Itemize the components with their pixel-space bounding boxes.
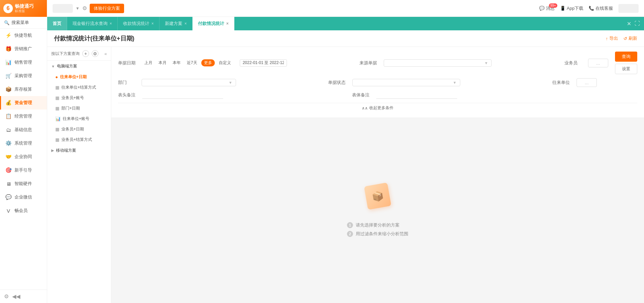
wechat-icon: 💬 [5, 194, 12, 201]
scheme-query-label: 按以下方案查询 [51, 51, 80, 57]
tab-new-scheme-close[interactable]: × [184, 21, 187, 26]
topbar-right: 💬 消息 99+ 📱 App下载 📞 在线客服 [539, 4, 639, 13]
search-label: 搜索菜单 [11, 20, 29, 26]
source-select-arrow-icon: ▼ [484, 61, 488, 65]
refresh-btn[interactable]: ↺ 刷新 [623, 35, 637, 41]
body-note-input[interactable] [376, 91, 457, 99]
doc-status-select[interactable]: ▼ [352, 79, 460, 86]
sidebar-item-funds[interactable]: 💰 资金管理 [0, 96, 47, 110]
query-btn[interactable]: 查询 [615, 52, 637, 62]
sidebar-item-vip[interactable]: V 畅会员 [0, 204, 47, 217]
mobile-scheme-section[interactable]: ▶ 移动端方案 [47, 145, 111, 156]
trial-btn[interactable]: 体验行业方案 [90, 4, 124, 13]
company-dropdown-icon[interactable]: ▼ [76, 6, 80, 11]
notice-badge: 99+ [549, 3, 557, 8]
right-panel: 单据日期 上月 本月 本年 近7天 更多 自定义 [111, 47, 644, 303]
scheme-item-partner-account[interactable]: 📊 往来单位+账号 [47, 114, 111, 124]
page-content: 付款情况统计(往来单位+日期) ↑ 导出 ↺ 刷新 按以下方案查询 + [47, 30, 644, 303]
operations-icon: 📋 [5, 113, 12, 120]
staff-filter-dots[interactable]: ... [588, 59, 608, 67]
filter-row-3: 表头备注 表体备注 [118, 91, 637, 99]
tab-bank-flow[interactable]: 现金银行流水查询 × [67, 17, 118, 30]
content-area: 按以下方案查询 + ⚙ « ▼ 电脑端方案 ● 往来单位+日期 ▦ [47, 47, 644, 303]
sidebar-item-operations[interactable]: 📋 经营管理 [0, 110, 47, 123]
scheme-item-staff-date[interactable]: ▦ 业务员+日期 [47, 124, 111, 134]
date-options: 上月 本月 本年 近7天 更多 自定义 [142, 59, 233, 66]
left-panel-header: 按以下方案查询 + ⚙ « [47, 47, 111, 61]
tab-payment-stat-close[interactable]: × [226, 21, 229, 26]
sidebar-item-base-info[interactable]: 🗂 基础信息 [0, 123, 47, 137]
main-area: ▼ ⚙ 体验行业方案 💬 消息 99+ 📱 App下载 📞 在线客服 首页 [47, 0, 644, 303]
tab-bank-flow-close[interactable]: × [110, 21, 112, 26]
settings-btn[interactable]: 设置 [615, 64, 637, 74]
filter-area: 单据日期 上月 本月 本年 近7天 更多 自定义 [111, 47, 644, 118]
date-opt-7days[interactable]: 近7天 [185, 59, 199, 66]
user-avatar[interactable] [618, 4, 639, 13]
pc-section-toggle-icon: ▼ [51, 64, 55, 68]
tab-payment-stat-label: 付款情况统计 [198, 21, 224, 27]
date-opt-more[interactable]: 更多 [201, 59, 215, 66]
sidebar-item-inventory[interactable]: 📦 库存核算 [0, 83, 47, 96]
sidebar-header: 6 畅捷通巧 标准版 [0, 0, 47, 17]
sidebar-item-sales[interactable]: 📊 销售管理 [0, 56, 47, 69]
tab-receipt-stat-close[interactable]: × [151, 21, 154, 26]
scheme-item-staff-account[interactable]: ▦ 业务员+账号 [47, 93, 111, 103]
source-select[interactable]: ▼ [384, 59, 492, 67]
left-panel: 按以下方案查询 + ⚙ « ▼ 电脑端方案 ● 往来单位+日期 ▦ [47, 47, 111, 303]
collapse-sidebar-icon[interactable]: ◀◀ [12, 293, 20, 300]
sidebar-search[interactable]: 🔍 搜索菜单 [0, 17, 47, 29]
action-btn-group: 查询 设置 [615, 52, 637, 74]
sidebar-item-wechat[interactable]: 💬 企业微信 [0, 190, 47, 204]
dept-filter-label: 部门 [118, 80, 135, 86]
scheme-item-partner-date[interactable]: ● 往来单位+日期 [47, 72, 111, 82]
scheme-settings-btn[interactable]: ⚙ [92, 50, 98, 57]
sidebar-item-marketing[interactable]: 🎁 营销推广 [0, 42, 47, 56]
sidebar-item-guide[interactable]: 🎯 新手引导 [0, 163, 47, 177]
scheme-item-staff-settlement[interactable]: ▦ 业务员+结算方式 [47, 134, 111, 145]
tab-new-scheme[interactable]: 新建方案 × [159, 17, 193, 30]
sidebar-item-hardware[interactable]: 🖥 智能硬件 [0, 177, 47, 190]
sidebar-item-quick-nav[interactable]: ⚡ 快捷导航 [0, 29, 47, 42]
empty-state: 📦 1 请先选择要分析的方案 2 用过滤条件来缩小分析范围 [347, 184, 408, 237]
date-opt-this-month[interactable]: 本月 [156, 59, 169, 66]
maximize-tab-icon[interactable]: ⛶ [635, 21, 640, 27]
date-opt-last-month[interactable]: 上月 [142, 59, 154, 66]
add-scheme-btn[interactable]: + [82, 50, 89, 57]
date-opt-custom[interactable]: 自定义 [217, 59, 233, 66]
scheme-item-partner-settlement[interactable]: ▦ 往来单位+结算方式 [47, 82, 111, 93]
topbar-settings-icon[interactable]: ⚙ [82, 5, 87, 11]
tab-payment-stat[interactable]: 付款情况统计 × [193, 17, 234, 30]
sidebar-item-system[interactable]: ⚙️ 系统管理 [0, 137, 47, 150]
service-label: 在线客服 [595, 5, 613, 11]
scheme-item-label: 部门+日期 [61, 105, 80, 111]
collapse-panel-icon[interactable]: « [105, 51, 107, 56]
scheme-item-label: 业务员+结算方式 [61, 137, 92, 143]
hint-item-1: 1 请先选择要分析的方案 [347, 222, 408, 228]
collapse-more-btn[interactable]: ∧∧ 收起更多条件 [118, 103, 637, 113]
sidebar-item-label: 系统管理 [14, 140, 32, 146]
hint-text-2: 用过滤条件来缩小分析范围 [356, 231, 408, 237]
app-download-btn[interactable]: 📱 App下载 [560, 5, 583, 11]
date-opt-this-year[interactable]: 本年 [171, 59, 183, 66]
scheme-item-label: 往来单位+账号 [63, 116, 89, 122]
tab-home[interactable]: 首页 [47, 17, 67, 30]
tab-new-scheme-label: 新建方案 [165, 21, 182, 27]
pc-scheme-section[interactable]: ▼ 电脑端方案 [47, 61, 111, 72]
date-range-field[interactable] [240, 59, 287, 67]
header-note-input[interactable] [142, 91, 223, 99]
settings-footer-icon[interactable]: ⚙ [4, 293, 9, 300]
close-tab-icon[interactable]: ✕ [627, 21, 631, 27]
mobile-section-label: 移动端方案 [56, 148, 76, 153]
scheme-item-dept-date[interactable]: ▦ 部门+日期 [47, 103, 111, 114]
export-btn[interactable]: ↑ 导出 [606, 35, 618, 41]
collapse-up-icon: ∧∧ [362, 106, 368, 111]
partner-filter-dots[interactable]: ... [577, 78, 597, 87]
sidebar-item-enterprise[interactable]: 🤝 企业协同 [0, 150, 47, 163]
sidebar-item-purchase[interactable]: 🛒 采购管理 [0, 69, 47, 83]
notice-btn[interactable]: 💬 消息 99+ [539, 5, 555, 11]
dept-select[interactable]: ▼ [142, 79, 236, 86]
tab-receipt-stat[interactable]: 收款情况统计 × [118, 17, 159, 30]
sidebar-item-label: 企业微信 [14, 194, 32, 200]
quick-nav-icon: ⚡ [5, 32, 12, 39]
online-service-btn[interactable]: 📞 在线客服 [589, 5, 613, 11]
